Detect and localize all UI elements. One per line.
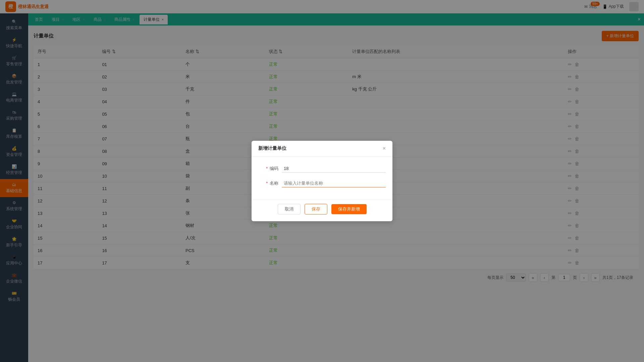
modal-footer: 取消 保存 保存并新增 <box>252 199 392 221</box>
modal-close-button[interactable]: × <box>383 145 386 152</box>
save-button[interactable]: 保存 <box>305 204 327 215</box>
required-mark-name: * <box>266 181 268 186</box>
form-code-label: * 编码 <box>258 166 278 172</box>
modal-overlay[interactable]: 新增计量单位 × * 编码 * 名称 取消 保存 保存并新增 <box>0 0 644 362</box>
form-item-name: * 名称 <box>258 179 386 187</box>
form-item-code: * 编码 <box>258 165 386 173</box>
modal-header: 新增计量单位 × <box>252 141 392 157</box>
name-label-text: 名称 <box>270 181 278 186</box>
modal-title: 新增计量单位 <box>258 145 286 152</box>
name-input[interactable] <box>282 179 386 187</box>
save-and-new-button[interactable]: 保存并新增 <box>331 204 367 214</box>
code-input[interactable] <box>282 165 386 173</box>
modal-body: * 编码 * 名称 <box>252 157 392 199</box>
code-label-text: 编码 <box>270 166 278 171</box>
cancel-button[interactable]: 取消 <box>278 204 301 215</box>
required-mark: * <box>266 166 268 171</box>
form-name-label: * 名称 <box>258 180 278 186</box>
add-measure-unit-modal: 新增计量单位 × * 编码 * 名称 取消 保存 保存并新增 <box>252 141 392 221</box>
